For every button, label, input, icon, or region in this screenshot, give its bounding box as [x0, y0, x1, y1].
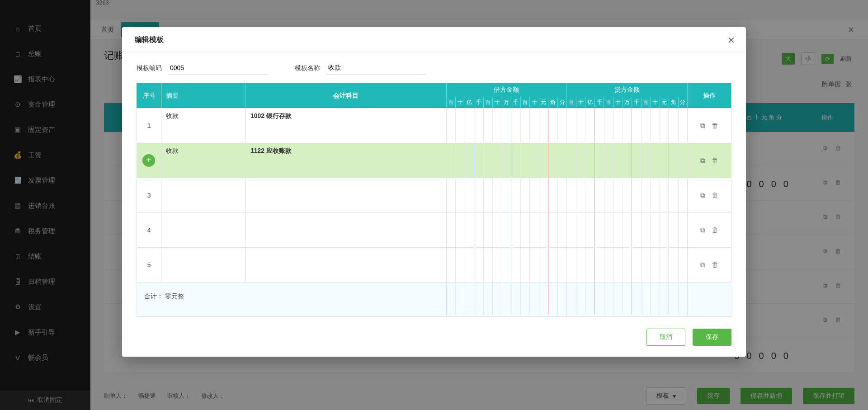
digit-cell[interactable]: [576, 143, 586, 178]
digit-cell[interactable]: [539, 108, 549, 143]
digit-cell[interactable]: [548, 283, 558, 314]
digit-cell[interactable]: [558, 213, 567, 247]
digit-cell[interactable]: [530, 178, 539, 212]
digit-cell[interactable]: [456, 178, 465, 212]
row-debit-amount[interactable]: [446, 178, 567, 213]
digit-cell[interactable]: [613, 108, 623, 143]
row-debit-amount[interactable]: [446, 108, 567, 143]
digit-cell[interactable]: [595, 283, 604, 314]
digit-cell[interactable]: [642, 248, 651, 282]
digit-cell[interactable]: [669, 108, 679, 143]
digit-cell[interactable]: [493, 108, 502, 143]
cancel-button[interactable]: 取消: [646, 329, 685, 346]
digit-cell[interactable]: [669, 143, 679, 178]
digit-cell[interactable]: [604, 143, 614, 178]
digit-cell[interactable]: [511, 178, 521, 212]
digit-cell[interactable]: [521, 143, 530, 178]
digit-cell[interactable]: [669, 213, 679, 247]
copy-icon[interactable]: ⧉: [700, 122, 705, 130]
digit-cell[interactable]: [613, 283, 623, 314]
digit-cell[interactable]: [567, 213, 576, 247]
row-account[interactable]: 1002 银行存款: [245, 108, 446, 143]
digit-cell[interactable]: [651, 178, 660, 212]
digit-cell[interactable]: [632, 248, 642, 282]
digit-cell[interactable]: [484, 178, 493, 212]
digit-cell[interactable]: [447, 108, 456, 143]
row-account[interactable]: 1122 应收账款: [245, 143, 446, 178]
digit-cell[interactable]: [511, 143, 521, 178]
row-account[interactable]: [245, 213, 446, 248]
digit-cell[interactable]: [651, 248, 660, 282]
digit-cell[interactable]: [604, 248, 614, 282]
digit-cell[interactable]: [521, 283, 530, 314]
digit-cell[interactable]: [474, 178, 484, 212]
delete-icon[interactable]: 🗑: [712, 191, 718, 199]
digit-cell[interactable]: [465, 143, 475, 178]
row-summary[interactable]: [161, 248, 246, 283]
digit-cell[interactable]: [474, 108, 484, 143]
digit-cell[interactable]: [604, 283, 614, 314]
delete-icon[interactable]: 🗑: [712, 156, 718, 165]
digit-cell[interactable]: [484, 248, 493, 282]
row-summary[interactable]: [161, 178, 246, 213]
template-name-input[interactable]: [326, 61, 426, 75]
digit-cell[interactable]: [660, 213, 670, 247]
digit-cell[interactable]: [576, 178, 586, 212]
digit-cell[interactable]: [530, 213, 539, 247]
delete-icon[interactable]: 🗑: [712, 122, 718, 130]
digit-cell[interactable]: [548, 108, 558, 143]
digit-cell[interactable]: [669, 248, 679, 282]
digit-cell[interactable]: [484, 143, 493, 178]
digit-cell[interactable]: [576, 248, 586, 282]
digit-cell[interactable]: [521, 213, 530, 247]
digit-cell[interactable]: [493, 248, 502, 282]
digit-cell[interactable]: [539, 213, 549, 247]
digit-cell[interactable]: [530, 248, 539, 282]
digit-cell[interactable]: [521, 248, 530, 282]
digit-cell[interactable]: [595, 143, 604, 178]
digit-cell[interactable]: [447, 178, 456, 212]
digit-cell[interactable]: [585, 213, 595, 247]
modal-save-button[interactable]: 保存: [693, 329, 731, 346]
digit-cell[interactable]: [474, 143, 484, 178]
digit-cell[interactable]: [623, 143, 632, 178]
row-account[interactable]: [245, 178, 446, 213]
row-debit-amount[interactable]: [446, 143, 567, 178]
digit-cell[interactable]: [493, 143, 502, 178]
copy-icon[interactable]: ⧉: [700, 191, 705, 199]
digit-cell[interactable]: [623, 178, 632, 212]
digit-cell[interactable]: [511, 213, 521, 247]
digit-cell[interactable]: [585, 178, 595, 212]
digit-cell[interactable]: [660, 178, 670, 212]
digit-cell[interactable]: [511, 108, 521, 143]
row-credit-amount[interactable]: [567, 213, 688, 248]
row-credit-amount[interactable]: [567, 248, 688, 283]
digit-cell[interactable]: [493, 283, 502, 314]
digit-cell[interactable]: [642, 143, 651, 178]
copy-icon[interactable]: ⧉: [700, 156, 705, 165]
copy-icon[interactable]: ⧉: [700, 226, 705, 234]
digit-cell[interactable]: [456, 143, 465, 178]
digit-cell[interactable]: [548, 213, 558, 247]
digit-cell[interactable]: [623, 108, 632, 143]
digit-cell[interactable]: [585, 283, 595, 314]
digit-cell[interactable]: [585, 248, 595, 282]
digit-cell[interactable]: [558, 248, 567, 282]
digit-cell[interactable]: [623, 248, 632, 282]
digit-cell[interactable]: [456, 248, 465, 282]
digit-cell[interactable]: [651, 143, 660, 178]
digit-cell[interactable]: [632, 178, 642, 212]
row-debit-amount[interactable]: [446, 213, 567, 248]
digit-cell[interactable]: [623, 283, 632, 314]
digit-cell[interactable]: [465, 213, 475, 247]
row-credit-amount[interactable]: [567, 143, 688, 178]
digit-cell[interactable]: [539, 283, 549, 314]
digit-cell[interactable]: [548, 143, 558, 178]
digit-cell[interactable]: [679, 108, 688, 143]
digit-cell[interactable]: [642, 213, 651, 247]
digit-cell[interactable]: [456, 108, 465, 143]
digit-cell[interactable]: [595, 213, 604, 247]
digit-cell[interactable]: [613, 178, 623, 212]
digit-cell[interactable]: [567, 248, 576, 282]
digit-cell[interactable]: [576, 108, 586, 143]
